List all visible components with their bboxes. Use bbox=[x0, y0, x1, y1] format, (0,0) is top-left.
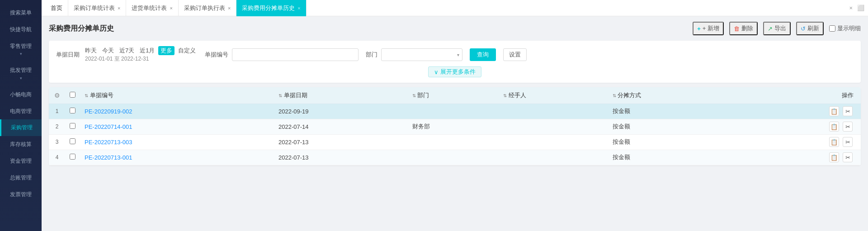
tab-close-icon[interactable]: × bbox=[118, 5, 120, 11]
row-dept: 财务部 bbox=[408, 119, 499, 134]
edit-action-btn[interactable]: ✂ bbox=[843, 137, 853, 147]
delete-label: 删除 bbox=[741, 24, 753, 33]
view-action-btn[interactable]: 📋 bbox=[829, 152, 839, 162]
tab-label: 采购订单统计表 bbox=[74, 4, 115, 12]
row-checkbox-cell[interactable] bbox=[65, 119, 80, 134]
row-checkbox[interactable] bbox=[70, 138, 75, 144]
sidebar-item-采购管理[interactable]: 采购管理 bbox=[0, 119, 42, 136]
row-checkbox-cell[interactable] bbox=[65, 104, 80, 119]
export-button[interactable]: ↗ 导出 bbox=[763, 22, 791, 35]
delete-button[interactable]: 🗑 删除 bbox=[729, 22, 758, 35]
expand-down-icon: ∨ bbox=[434, 69, 439, 75]
chevron-down-icon: ▾ bbox=[20, 52, 22, 56]
sort-icon-method: ⇅ bbox=[613, 93, 616, 98]
expand-button[interactable]: ∨ 展开更多条件 bbox=[428, 66, 481, 77]
sidebar-item-批发管理[interactable]: 批发管理▾ bbox=[0, 62, 42, 86]
records-table: ⚙ ⇅ 单据编号 ⇅ 单据日期 bbox=[49, 87, 861, 165]
today-btn[interactable]: 今天 bbox=[100, 46, 116, 55]
view-icon: 📋 bbox=[830, 108, 838, 115]
tab-采购订单统计表[interactable]: 采购订单统计表× bbox=[68, 0, 126, 16]
select-all-checkbox[interactable] bbox=[70, 92, 75, 98]
close-window-icon[interactable]: × bbox=[849, 5, 853, 11]
sidebar-item-资金管理[interactable]: 资金管理 bbox=[0, 153, 42, 170]
doc-no-input[interactable] bbox=[232, 48, 359, 61]
dept-field: 部门 财务部 ▾ bbox=[366, 48, 462, 61]
tab-close-icon[interactable]: × bbox=[297, 5, 300, 11]
row-checkbox-cell[interactable] bbox=[65, 150, 80, 165]
custom-btn[interactable]: 自定义 bbox=[176, 46, 198, 55]
1month-btn[interactable]: 近1月 bbox=[138, 46, 156, 55]
sidebar-item-电商管理[interactable]: 电商管理 bbox=[0, 103, 42, 120]
tab-close-icon[interactable]: × bbox=[228, 5, 231, 11]
row-doc-no: PE-20220713-003 bbox=[80, 134, 274, 150]
tab-close-icon[interactable]: × bbox=[170, 5, 172, 11]
refresh-button[interactable]: ↺ 刷新 bbox=[796, 22, 824, 35]
edit-action-btn[interactable]: ✂ bbox=[843, 152, 853, 162]
row-num: 4 bbox=[49, 150, 65, 165]
settings-btn-label: 设置 bbox=[509, 51, 521, 59]
table-row: 1 PE-20220919-002 2022-09-19 按金额 📋 ✂ bbox=[49, 104, 861, 119]
edit-icon: ✂ bbox=[845, 154, 850, 161]
row-checkbox[interactable] bbox=[70, 123, 75, 129]
more-btn[interactable]: 更多 bbox=[158, 46, 175, 55]
doc-no-link[interactable]: PE-20220714-001 bbox=[85, 123, 132, 130]
search-button[interactable]: 查询 bbox=[470, 48, 496, 61]
sort-icon-date: ⇅ bbox=[278, 93, 282, 98]
row-doc-no: PE-20220714-001 bbox=[80, 119, 274, 134]
add-button[interactable]: + + 新增 bbox=[693, 22, 724, 35]
trash-icon: 🗑 bbox=[734, 25, 740, 32]
show-details-label: 显示明细 bbox=[837, 24, 861, 33]
search-btn-label: 查询 bbox=[477, 51, 489, 59]
col-settings[interactable]: ⚙ bbox=[49, 87, 65, 104]
7days-btn[interactable]: 近7天 bbox=[118, 46, 136, 55]
col-handler: ⇅ 经手人 bbox=[499, 87, 608, 104]
maximize-window-icon[interactable]: ⬜ bbox=[857, 5, 864, 11]
row-method: 按金额 bbox=[608, 150, 737, 165]
row-date: 2022-09-19 bbox=[274, 104, 408, 119]
tab-首页[interactable]: 首页 bbox=[45, 0, 68, 16]
tab-采购费用分摊单历史[interactable]: 采购费用分摊单历史× bbox=[236, 0, 306, 16]
tabs-controls: × ⬜ bbox=[849, 5, 864, 11]
sidebar-item-小畅电商[interactable]: 小畅电商 bbox=[0, 86, 42, 103]
edit-action-btn[interactable]: ✂ bbox=[843, 122, 853, 132]
edit-action-btn[interactable]: ✂ bbox=[843, 106, 853, 116]
export-icon: ↗ bbox=[768, 25, 773, 32]
row-handler bbox=[499, 134, 608, 150]
view-action-btn[interactable]: 📋 bbox=[829, 122, 839, 132]
main-content: 首页采购订单统计表×进货单统计表×采购订单执行表×采购费用分摊单历史× × ⬜ … bbox=[42, 0, 868, 231]
sidebar-item-总账管理[interactable]: 总账管理 bbox=[0, 170, 42, 186]
row-actions: 📋 ✂ bbox=[737, 104, 861, 119]
gear-icon[interactable]: ⚙ bbox=[54, 92, 60, 99]
tab-进货单统计表[interactable]: 进货单统计表× bbox=[126, 0, 178, 16]
refresh-label: 刷新 bbox=[807, 24, 819, 33]
show-details-checkbox[interactable] bbox=[829, 25, 835, 32]
col-checkbox[interactable] bbox=[65, 87, 80, 104]
plus-icon: + bbox=[697, 25, 701, 32]
view-action-btn[interactable]: 📋 bbox=[829, 137, 839, 147]
search-panel: 单据日期 昨天 今天 近7天 近1月 更多 自定义 2022-01-01 至 2… bbox=[49, 41, 861, 83]
sidebar-item-零售管理[interactable]: 零售管理▾ bbox=[0, 38, 42, 62]
yesterday-btn[interactable]: 昨天 bbox=[83, 46, 99, 55]
sort-icon-dept: ⇅ bbox=[412, 93, 416, 98]
dept-select[interactable]: 财务部 bbox=[381, 48, 462, 61]
doc-no-link[interactable]: PE-20220713-001 bbox=[85, 154, 132, 161]
row-doc-no: PE-20220713-001 bbox=[80, 150, 274, 165]
tab-采购订单执行表[interactable]: 采购订单执行表× bbox=[179, 0, 236, 16]
row-actions: 📋 ✂ bbox=[737, 134, 861, 150]
view-action-btn[interactable]: 📋 bbox=[829, 106, 839, 116]
doc-no-link[interactable]: PE-20220713-003 bbox=[85, 139, 132, 146]
row-date: 2022-07-13 bbox=[274, 150, 408, 165]
row-checkbox[interactable] bbox=[70, 108, 75, 113]
sidebar-item-发票管理[interactable]: 发票管理 bbox=[0, 186, 42, 203]
edit-icon: ✂ bbox=[845, 139, 850, 146]
row-handler bbox=[499, 150, 608, 165]
show-details-checkbox-wrapper[interactable]: 显示明细 bbox=[829, 24, 861, 33]
sidebar-item-库存核算[interactable]: 库存核算 bbox=[0, 136, 42, 153]
settings-button[interactable]: 设置 bbox=[503, 48, 527, 61]
sidebar-item-快捷导航[interactable]: 快捷导航 bbox=[0, 21, 42, 38]
sidebar-item-搜索菜单[interactable]: 搜索菜单 bbox=[0, 5, 42, 21]
doc-no-link[interactable]: PE-20220919-002 bbox=[85, 108, 132, 115]
row-checkbox[interactable] bbox=[70, 154, 75, 160]
col-doc-no: ⇅ 单据编号 bbox=[80, 87, 274, 104]
row-checkbox-cell[interactable] bbox=[65, 134, 80, 150]
